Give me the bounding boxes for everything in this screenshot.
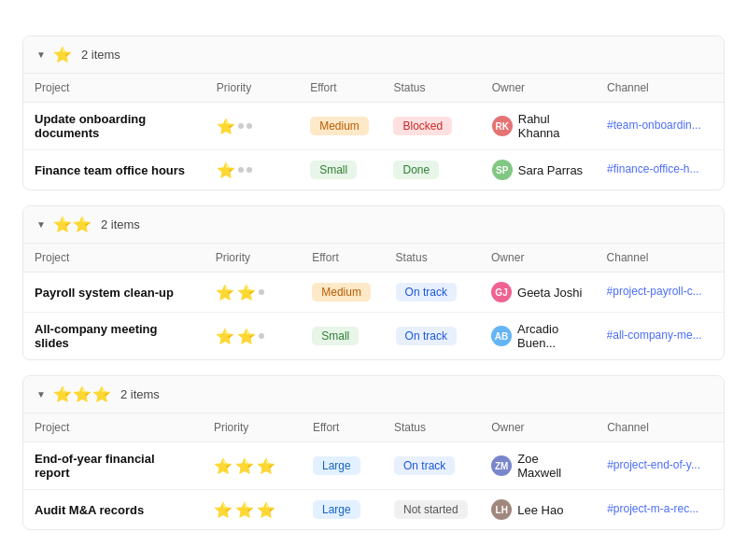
empty-priority-dot — [247, 123, 252, 129]
table-row: End-of-year financial report⭐⭐⭐LargeOn t… — [23, 442, 724, 490]
channel-link[interactable]: #team-onboardin... — [607, 119, 701, 132]
owner-cell: SP Sara Parras — [492, 160, 585, 180]
table-row: Update onboarding documents⭐MediumBlocke… — [23, 103, 724, 150]
section-2: ▼ ⭐⭐ 2 items ProjectPriorityEffortStatus… — [22, 205, 725, 360]
col-header-owner: Owner — [480, 244, 596, 273]
avatar: SP — [492, 160, 513, 180]
avatar: LH — [491, 499, 512, 520]
priority-stars: ⭐⭐⭐ — [53, 385, 111, 403]
table-row: Payroll system clean-up⭐⭐MediumOn track … — [23, 273, 724, 313]
project-name: All-company meeting slides — [35, 322, 157, 350]
channel-link[interactable]: #project-payroll-c... — [607, 285, 702, 298]
section-header-3[interactable]: ▼ ⭐⭐⭐ 2 items — [23, 376, 724, 413]
status-badge: Not started — [394, 500, 468, 519]
owner-cell: AB Arcadio Buen... — [491, 322, 585, 350]
empty-priority-dot — [259, 333, 264, 339]
col-header-status: Status — [385, 244, 480, 273]
star-icon: ⭐ — [237, 328, 256, 345]
star-icon: ⭐ — [53, 216, 72, 233]
owner-name: Sara Parras — [518, 163, 583, 177]
section-count: 2 items — [120, 387, 160, 401]
section-header-2[interactable]: ▼ ⭐⭐ 2 items — [23, 206, 724, 243]
star-icon: ⭐ — [73, 385, 92, 403]
col-header-effort: Effort — [301, 244, 384, 273]
project-name: Audit M&A records — [35, 503, 144, 517]
status-badge: On track — [396, 283, 457, 301]
status-badge: On track — [394, 456, 455, 475]
star-icon: ⭐ — [214, 457, 233, 475]
channel-link[interactable]: #all-company-me... — [607, 329, 702, 342]
avatar: ZM — [491, 455, 512, 476]
priority-stars: ⭐ — [53, 46, 72, 63]
col-header-project: Project — [23, 74, 205, 103]
priority-cell: ⭐⭐ — [216, 328, 290, 345]
project-name: Finance team office hours — [35, 163, 185, 177]
col-header-status: Status — [382, 74, 480, 103]
owner-cell: GJ Geeta Joshi — [491, 282, 585, 302]
table-row: Audit M&A records⭐⭐⭐LargeNot started LH … — [23, 490, 724, 530]
priority-cell: ⭐⭐⭐ — [214, 501, 290, 519]
channel-link[interactable]: #finance-office-h... — [607, 162, 699, 175]
star-icon: ⭐ — [235, 457, 254, 475]
effort-badge: Medium — [312, 283, 371, 301]
owner-cell: LH Lee Hao — [491, 499, 585, 520]
col-header-channel: Channel — [596, 413, 724, 442]
status-badge: Done — [393, 161, 439, 179]
empty-priority-dot — [259, 289, 264, 295]
star-icon: ⭐ — [214, 501, 233, 519]
priority-stars: ⭐⭐ — [53, 216, 92, 233]
priority-cell: ⭐ — [217, 161, 288, 179]
owner-cell: ZM Zoe Maxwell — [491, 452, 585, 480]
priority-cell: ⭐⭐⭐ — [214, 457, 290, 475]
star-icon: ⭐ — [235, 501, 254, 519]
section-3: ▼ ⭐⭐⭐ 2 items ProjectPriorityEffortStatu… — [22, 375, 725, 530]
avatar: AB — [491, 326, 512, 346]
project-name: Update onboarding documents — [35, 112, 146, 140]
effort-badge: Small — [312, 327, 359, 345]
section-header-1[interactable]: ▼ ⭐ 2 items — [23, 36, 724, 73]
col-header-priority: Priority — [204, 244, 302, 273]
col-header-effort: Effort — [299, 74, 382, 103]
star-icon: ⭐ — [217, 118, 235, 135]
star-icon: ⭐ — [92, 385, 111, 403]
chevron-icon: ▼ — [36, 49, 46, 60]
table-row: Finance team office hours⭐SmallDone SP S… — [23, 150, 724, 190]
empty-priority-dot — [238, 123, 244, 129]
col-header-priority: Priority — [205, 74, 299, 103]
channel-link[interactable]: #project-m-a-rec... — [607, 502, 698, 515]
priority-cell: ⭐⭐ — [216, 284, 290, 301]
section-count: 2 items — [81, 48, 120, 62]
col-header-channel: Channel — [596, 74, 724, 103]
owner-name: Lee Hao — [517, 503, 563, 517]
owner-cell: RK Rahul Khanna — [492, 112, 585, 140]
col-header-effort: Effort — [302, 413, 383, 442]
star-icon: ⭐ — [216, 284, 234, 301]
status-badge: Blocked — [393, 117, 452, 135]
empty-priority-dot — [238, 167, 244, 173]
col-header-project: Project — [23, 244, 204, 273]
effort-badge: Large — [313, 456, 360, 475]
channel-link[interactable]: #project-end-of-y... — [607, 458, 700, 471]
star-icon: ⭐ — [257, 501, 275, 519]
star-icon: ⭐ — [216, 328, 234, 345]
section-1: ▼ ⭐ 2 items ProjectPriorityEffortStatusO… — [22, 35, 725, 190]
col-header-project: Project — [23, 413, 203, 442]
star-icon: ⭐ — [217, 161, 235, 179]
owner-name: Zoe Maxwell — [517, 452, 585, 480]
star-icon: ⭐ — [53, 385, 72, 403]
status-badge: On track — [396, 327, 457, 345]
priority-cell: ⭐ — [217, 118, 288, 135]
chevron-icon: ▼ — [36, 219, 46, 230]
effort-badge: Large — [313, 500, 360, 519]
section-count: 2 items — [101, 217, 140, 231]
project-name: Payroll system clean-up — [35, 286, 174, 300]
star-icon: ⭐ — [53, 46, 72, 63]
owner-name: Arcadio Buen... — [517, 322, 585, 350]
effort-badge: Medium — [310, 117, 369, 135]
table-row: All-company meeting slides⭐⭐SmallOn trac… — [23, 313, 724, 360]
col-header-owner: Owner — [480, 413, 596, 442]
star-icon: ⭐ — [73, 216, 92, 233]
empty-priority-dot — [247, 167, 252, 173]
avatar: GJ — [491, 282, 512, 302]
col-header-priority: Priority — [203, 413, 302, 442]
